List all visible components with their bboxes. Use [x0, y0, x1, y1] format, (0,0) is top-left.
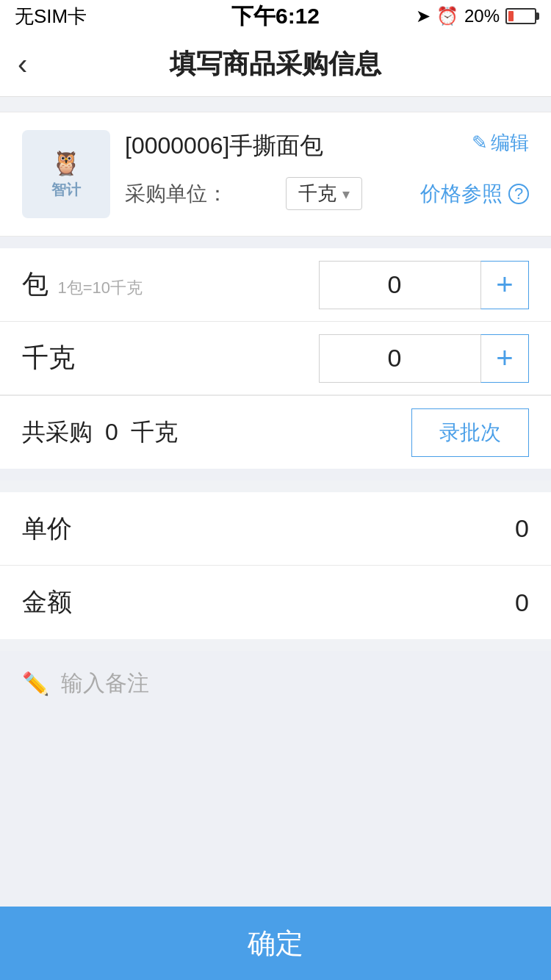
product-image: 🦉 智计: [22, 130, 110, 218]
summary-value: 0: [105, 419, 118, 445]
bag-quantity-input[interactable]: [319, 261, 480, 309]
bag-label-group: 包 1包=10千克: [22, 267, 143, 303]
unit-price-row: 单价 0: [0, 492, 551, 566]
status-right: ➤ ⏰ 20%: [416, 6, 536, 26]
kg-label: 千克: [22, 342, 75, 372]
unit-price-label: 单价: [22, 512, 72, 546]
input-section: 包 1包=10千克 + 千克 +: [0, 248, 551, 395]
content-filler: [0, 716, 551, 922]
kg-input-row: 千克 +: [0, 322, 551, 395]
battery-icon: [505, 8, 536, 24]
section-divider-1: [0, 237, 551, 248]
dropdown-arrow-icon: ▾: [342, 185, 350, 203]
unit-select[interactable]: 千克 ▾: [286, 177, 362, 210]
edit-button[interactable]: ✎ 编辑: [472, 130, 529, 156]
product-card: 🦉 智计 [0000006]手撕面包 ✎ 编辑 采购单位： 千克 ▾ 价格参照 …: [0, 112, 551, 237]
pencil-icon: ✏️: [22, 671, 49, 696]
battery-percent: 20%: [464, 6, 500, 26]
nav-bar: ‹ 填写商品采购信息: [0, 32, 551, 97]
kg-plus-button[interactable]: +: [480, 334, 529, 383]
remark-section[interactable]: ✏️ 输入备注: [0, 651, 551, 716]
location-icon: ➤: [416, 6, 431, 26]
confirm-button[interactable]: 确定: [0, 907, 551, 980]
owl-icon: 🦉: [51, 149, 81, 177]
product-header: [0000006]手撕面包 ✎ 编辑: [125, 130, 529, 162]
unit-label: 采购单位：: [125, 180, 228, 208]
back-button[interactable]: ‹: [18, 48, 27, 81]
amount-value: 0: [515, 588, 529, 617]
bag-sub-label: 1包=10千克: [57, 278, 143, 297]
product-info: [0000006]手撕面包 ✎ 编辑 采购单位： 千克 ▾ 价格参照 ?: [125, 130, 529, 210]
unit-price-value: 0: [515, 514, 529, 543]
bag-plus-button[interactable]: +: [480, 261, 529, 309]
amount-row: 金额 0: [0, 566, 551, 639]
bag-label: 包: [22, 269, 48, 299]
info-section: 单价 0 金额 0: [0, 492, 551, 639]
bag-input-row: 包 1包=10千克 +: [0, 248, 551, 322]
amount-label: 金额: [22, 586, 72, 619]
price-ref-button[interactable]: 价格参照 ?: [420, 180, 529, 208]
remark-placeholder: 输入备注: [61, 669, 149, 699]
status-left: 无SIM卡: [15, 4, 94, 29]
kg-quantity-input[interactable]: [319, 334, 480, 383]
kg-input-group: +: [319, 334, 529, 383]
bag-input-group: +: [319, 261, 529, 309]
product-name: [0000006]手撕面包: [125, 130, 323, 162]
section-divider-2: [0, 469, 551, 480]
status-time: 下午6:12: [231, 1, 320, 32]
brand-text: 智计: [51, 180, 81, 200]
kg-label-group: 千克: [22, 340, 110, 376]
status-bar: 无SIM卡 下午6:12 ➤ ⏰ 20%: [0, 0, 551, 32]
alarm-icon: ⏰: [436, 6, 458, 26]
page-title: 填写商品采购信息: [170, 46, 381, 82]
carrier-label: 无SIM卡: [15, 4, 87, 29]
summary-text: 共采购 0 千克: [22, 417, 178, 449]
edit-icon: ✎: [472, 131, 488, 154]
help-icon: ?: [508, 184, 529, 204]
summary-row: 共采购 0 千克 录批次: [0, 395, 551, 469]
batch-button[interactable]: 录批次: [411, 408, 529, 457]
product-unit-row: 采购单位： 千克 ▾ 价格参照 ?: [125, 177, 529, 210]
